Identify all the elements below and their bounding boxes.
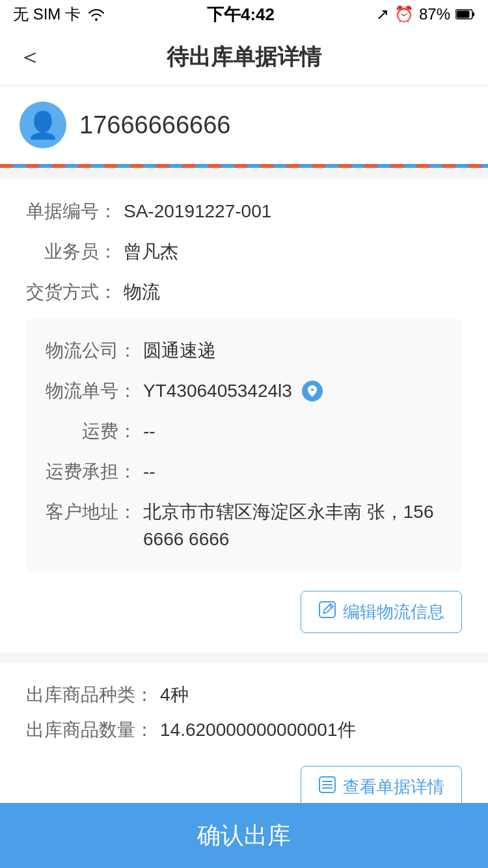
delivery-value: 物流 — [124, 278, 462, 306]
view-detail-button[interactable]: 查看单据详情 — [301, 766, 462, 808]
delivery-label: 交货方式： — [26, 278, 117, 306]
freight-bearer-label: 运费承担： — [46, 458, 137, 485]
doc-no-value: SA-20191227-001 — [124, 198, 462, 225]
carrier-text: 无 SIM 卡 — [13, 4, 81, 25]
tracking-value: YT43064053424l3 — [143, 377, 442, 405]
goods-types-label: 出库商品种类： — [26, 683, 154, 707]
logistics-company-label: 物流公司： — [46, 337, 137, 364]
svg-rect-4 — [319, 602, 335, 617]
staff-row: 业务员： 曾凡杰 — [26, 238, 462, 265]
freight-bearer-row: 运费承担： -- — [46, 458, 442, 485]
person-icon: 👤 — [27, 110, 59, 141]
edit-logistics-label: 编辑物流信息 — [343, 601, 444, 623]
battery-icon — [455, 9, 475, 20]
freight-label: 运费： — [46, 418, 137, 445]
nav-bar: ＜ 待出库单据详情 — [0, 29, 488, 86]
delivery-row: 交货方式： 物流 — [26, 278, 462, 306]
edit-logistics-area: 编辑物流信息 — [26, 584, 462, 633]
confirm-button[interactable]: 确认出库 — [0, 803, 488, 868]
view-detail-label: 查看单据详情 — [343, 776, 444, 798]
doc-no-row: 单据编号： SA-20191227-001 — [26, 198, 462, 225]
svg-rect-1 — [472, 12, 474, 16]
staff-value: 曾凡杰 — [124, 238, 462, 265]
confirm-button-label: 确认出库 — [197, 820, 291, 852]
battery-text: 87% — [419, 5, 450, 23]
phone-header: 👤 17666666666 — [0, 86, 488, 164]
status-bar-right: ↗ ⏰ 87% — [376, 5, 475, 23]
doc-no-label: 单据编号： — [26, 198, 117, 225]
dashed-separator — [0, 164, 488, 168]
tracking-number-text: YT43064053424l3 — [143, 377, 292, 405]
detail-list-icon — [318, 776, 336, 798]
alarm-icon: ⏰ — [394, 5, 414, 23]
goods-quantity-row: 出库商品数量： 14.620000000000001件 — [26, 718, 462, 742]
svg-rect-2 — [456, 11, 469, 18]
goods-quantity-label: 出库商品数量： — [26, 718, 154, 742]
goods-types-row: 出库商品种类： 4种 — [26, 683, 462, 707]
location-status-icon: ↗ — [376, 5, 389, 23]
status-bar-left: 无 SIM 卡 — [13, 4, 105, 25]
status-bar: 无 SIM 卡 下午4:42 ↗ ⏰ 87% — [0, 0, 488, 29]
logistics-company-value: 圆通速递 — [143, 337, 442, 364]
freight-value: -- — [143, 418, 442, 445]
basic-info-section: 单据编号： SA-20191227-001 业务员： 曾凡杰 交货方式： 物流 … — [0, 178, 488, 653]
phone-number: 17666666666 — [79, 111, 230, 139]
address-label: 客户地址： — [46, 498, 137, 526]
logistics-company-row: 物流公司： 圆通速递 — [46, 337, 442, 364]
address-value: 北京市市辖区海淀区永丰南 张，156 6666 6666 — [143, 498, 442, 553]
status-bar-time: 下午4:42 — [207, 3, 275, 26]
edit-icon — [318, 601, 336, 623]
edit-logistics-button[interactable]: 编辑物流信息 — [301, 591, 462, 633]
page-title: 待出库单据详情 — [167, 42, 321, 72]
back-button[interactable]: ＜ — [18, 41, 42, 73]
goods-types-value: 4种 — [160, 683, 189, 707]
freight-row: 运费： -- — [46, 418, 442, 445]
avatar: 👤 — [20, 102, 66, 148]
address-row: 客户地址： 北京市市辖区海淀区永丰南 张，156 6666 6666 — [46, 498, 442, 553]
logistics-card: 物流公司： 圆通速递 物流单号： YT43064053424l3 运费： -- … — [26, 319, 462, 571]
wifi-icon — [87, 8, 105, 21]
goods-quantity-value: 14.620000000000001件 — [160, 718, 356, 742]
staff-label: 业务员： — [26, 238, 117, 265]
freight-bearer-value: -- — [143, 458, 442, 485]
tracking-label: 物流单号： — [46, 377, 137, 405]
tracking-no-row: 物流单号： YT43064053424l3 — [46, 377, 442, 405]
map-pin-icon[interactable] — [301, 380, 323, 402]
